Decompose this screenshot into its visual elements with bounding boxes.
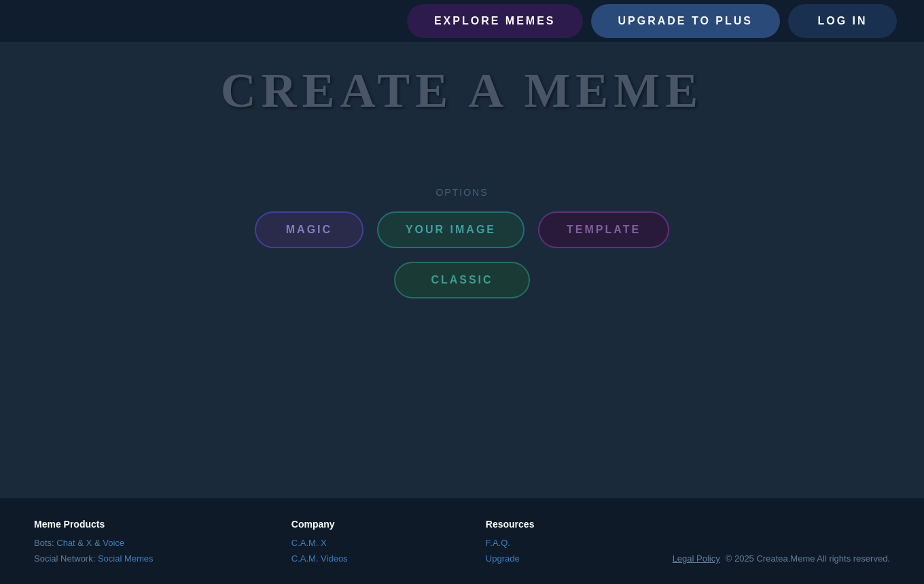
meme-options-row-1: MAGIC YOUR IMAGE TEMPLATE [255, 211, 669, 248]
copyright-text: © 2025 Createa.Meme All rights reserved. [726, 553, 890, 564]
footer: Meme Products Bots: Chat & X & Voice Soc… [0, 498, 924, 584]
footer-company-heading: Company [291, 519, 348, 530]
footer-products: Meme Products Bots: Chat & X & Voice Soc… [34, 519, 154, 564]
template-button[interactable]: TEMPLATE [538, 211, 669, 248]
login-button[interactable]: Log In [788, 4, 897, 38]
cam-x-link[interactable]: C.A.M. X [291, 538, 348, 548]
social-prefix: Social Network: [34, 553, 98, 564]
header: Explore Memes Upgrade to Plus Log In [0, 0, 924, 42]
page-title: CREATE A MEME [221, 63, 704, 119]
cam-videos-link[interactable]: C.A.M. Videos [291, 553, 348, 564]
footer-company: Company C.A.M. X C.A.M. Videos [291, 519, 348, 564]
bots-and2: & [92, 538, 103, 548]
footer-social-line: Social Network: Social Memes [34, 553, 154, 564]
options-label: OPTIONS [436, 187, 488, 198]
legal-policy-link[interactable]: Legal Policy [673, 553, 720, 564]
bots-x-link[interactable]: X [86, 538, 92, 548]
bots-voice-link[interactable]: Voice [103, 538, 124, 548]
explore-memes-button[interactable]: Explore Memes [407, 4, 583, 38]
upgrade-link[interactable]: Upgrade [486, 553, 535, 564]
bots-and1: & [75, 538, 86, 548]
bots-prefix: Bots: [34, 538, 56, 548]
footer-bots-line: Bots: Chat & X & Voice [34, 538, 154, 548]
meme-options-row-2: CLASSIC [394, 262, 530, 298]
bots-chat-link[interactable]: Chat [56, 538, 75, 548]
meme-options: MAGIC YOUR IMAGE TEMPLATE CLASSIC [255, 211, 669, 298]
classic-button[interactable]: CLASSIC [394, 262, 530, 298]
your-image-button[interactable]: YOUR IMAGE [377, 211, 525, 248]
footer-resources-heading: Resources [486, 519, 535, 530]
footer-resources: Resources F.A.Q. Upgrade [486, 519, 535, 564]
main-content: CREATE A MEME OPTIONS MAGIC YOUR IMAGE T… [0, 42, 924, 498]
footer-legal: Legal Policy © 2025 Createa.Meme All rig… [673, 553, 890, 564]
faq-link[interactable]: F.A.Q. [486, 538, 535, 548]
magic-button[interactable]: MAGIC [255, 211, 363, 248]
footer-products-heading: Meme Products [34, 519, 154, 530]
upgrade-button[interactable]: Upgrade to Plus [591, 4, 781, 38]
social-memes-link[interactable]: Social Memes [98, 553, 154, 564]
